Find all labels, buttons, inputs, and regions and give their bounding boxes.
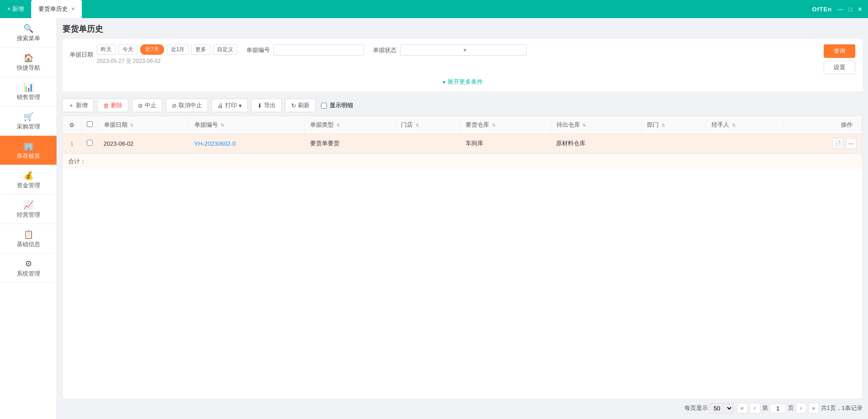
export-icon: ⬇ [257, 102, 262, 109]
export-button[interactable]: ⬇ 导出 [251, 99, 282, 112]
first-page-btn[interactable]: « [737, 403, 748, 414]
date-btn-7days[interactable]: 近7天 [140, 44, 164, 55]
table-header-actions: 操作 [784, 116, 862, 134]
sidebar-item-purchase[interactable]: 🛒 采购管理 [0, 106, 57, 136]
table-header-pending-warehouse[interactable]: 待出仓库 ⇅ [551, 116, 642, 134]
date-btn-custom[interactable]: 自定义 [213, 44, 237, 55]
current-page-input[interactable] [770, 404, 786, 413]
window-maximize-btn[interactable]: □ [849, 6, 852, 13]
print-chevron-icon: ▾ [239, 102, 242, 109]
refresh-button[interactable]: ↻ 刷新 [285, 99, 316, 112]
sidebar-item-search-label: 搜索菜单 [17, 34, 40, 43]
delete-icon: 🗑 [103, 102, 109, 109]
date-btn-1month[interactable]: 近1月 [167, 44, 189, 55]
stop-icon: ⊘ [138, 102, 143, 109]
print-button[interactable]: 🖨 打印 ▾ [212, 99, 248, 112]
cancel-stop-button[interactable]: ⊘ 取消中止 [166, 99, 208, 112]
settings-button[interactable]: 设置 [824, 61, 855, 74]
row-dept [642, 134, 706, 153]
page-nav: « ‹ 第 页 › » 共1页，1条记录 [737, 403, 863, 414]
table-body: 1 2023-06-02 YH-20230602-0 要货单要货 车间库 原材料… [63, 134, 862, 153]
sidebar-item-system[interactable]: ⚙ 系统管理 [0, 253, 57, 283]
date-btn-yesterday[interactable]: 昨天 [97, 44, 116, 55]
row-more-btn[interactable]: ⋯ [846, 138, 857, 149]
delete-button[interactable]: 🗑 删除 [97, 99, 128, 112]
tab-list: + 新增 要货单历史 × [0, 0, 82, 18]
page-size-group: 每页显示 10 20 50 100 [684, 403, 733, 414]
export-button-label: 导出 [264, 101, 276, 110]
filter-date-label: 单据日期 [70, 51, 93, 59]
filter-status-select[interactable]: ▾ [400, 44, 527, 56]
tab-home[interactable]: + 新增 [0, 0, 31, 18]
last-page-btn[interactable]: » [808, 403, 819, 414]
page-size-label: 每页显示 [684, 404, 708, 412]
table-header-date[interactable]: 单据日期 ⇅ [98, 116, 189, 134]
expand-filters-label: 展开更多条件 [448, 78, 483, 86]
query-button[interactable]: 查询 [824, 44, 855, 58]
display-detail-label: 显示明细 [330, 101, 353, 110]
tab-close-icon[interactable]: × [71, 6, 75, 12]
page-title: 要货单历史 [62, 24, 863, 34]
date-btn-more[interactable]: 更多 [191, 44, 210, 55]
sidebar-item-quicknav-label: 快捷导航 [17, 64, 40, 72]
row-store [396, 134, 460, 153]
toolbar: ＋ 新增 🗑 删除 ⊘ 中止 ⊘ 取消中止 🖨 打印 ▾ ⬇ 导 [62, 95, 863, 116]
filter-panel: 单据日期 昨天 今天 近7天 近1月 更多 自定义 2023-05-27 至 2… [62, 39, 863, 91]
display-detail-checkbox[interactable] [321, 103, 327, 109]
sidebar-item-sales[interactable]: 📊 销售管理 [0, 77, 57, 106]
system-icon: ⚙ [25, 260, 32, 268]
table-header-orderno[interactable]: 单据编号 ⇅ [189, 116, 305, 134]
print-icon: 🖨 [217, 102, 223, 109]
new-button[interactable]: ＋ 新增 [62, 99, 94, 112]
tab-order-history[interactable]: 要货单历史 × [31, 0, 82, 18]
sidebar-item-operations[interactable]: 📈 经营管理 [0, 195, 57, 224]
cancel-stop-button-label: 取消中止 [179, 101, 202, 110]
settings-button-label: 设置 [834, 63, 845, 71]
row-action-buttons: 📄 ⋯ [789, 138, 857, 149]
row-checkbox[interactable] [87, 140, 93, 146]
expand-filters-btn[interactable]: ▾ 展开更多条件 [443, 78, 483, 86]
sidebar-item-quicknav[interactable]: 🏠 快捷导航 [0, 48, 57, 77]
table-header-store-label: 门店 [401, 121, 413, 128]
main-layout: 🔍 搜索菜单 🏠 快捷导航 📊 销售管理 🛒 采购管理 🏢 库存核算 💰 资金管… [0, 18, 868, 419]
sort-pending-warehouse-icon: ⇅ [582, 123, 586, 128]
sidebar-item-finance-label: 资金管理 [17, 181, 40, 190]
table-header-handler[interactable]: 经手人 ⇅ [706, 116, 784, 134]
stop-button-label: 中止 [145, 101, 156, 110]
sidebar: 🔍 搜索菜单 🏠 快捷导航 📊 销售管理 🛒 采购管理 🏢 库存核算 💰 资金管… [0, 18, 57, 419]
table-header-dept[interactable]: 部门 ⇅ [642, 116, 706, 134]
sidebar-item-search[interactable]: 🔍 搜索菜单 [0, 18, 57, 48]
table-row: 1 2023-06-02 YH-20230602-0 要货单要货 车间库 原材料… [63, 134, 862, 153]
sort-dept-icon: ⇅ [661, 123, 665, 128]
sidebar-item-inventory[interactable]: 🏢 库存核算 [0, 136, 57, 165]
row-seq: 1 [63, 134, 81, 153]
row-orderno-link[interactable]: YH-20230602-0 [194, 140, 236, 147]
table-footer: 合计： [63, 153, 862, 169]
row-view-btn[interactable]: 📄 [832, 138, 843, 149]
table-header-settings[interactable]: ⚙ [63, 116, 81, 134]
more-icon: ⋯ [848, 140, 854, 147]
sidebar-item-basic-info[interactable]: 📋 基础信息 [0, 224, 57, 253]
sidebar-item-finance[interactable]: 💰 资金管理 [0, 165, 57, 195]
table-header-row: ⚙ 单据日期 ⇅ 单据编号 ⇅ 单据类型 [63, 116, 862, 134]
sort-date-icon: ⇅ [130, 123, 133, 128]
prev-page-btn[interactable]: ‹ [750, 403, 760, 414]
date-btn-today[interactable]: 今天 [118, 44, 137, 55]
table-header-store[interactable]: 门店 ⇅ [396, 116, 460, 134]
sort-orderno-icon: ⇅ [221, 123, 224, 128]
window-minimize-btn[interactable]: — [837, 6, 843, 13]
filter-orderno-input[interactable] [274, 44, 364, 56]
page-size-select[interactable]: 10 20 50 100 [710, 403, 733, 414]
row-handler [706, 134, 784, 153]
sidebar-item-system-label: 系统管理 [17, 270, 40, 278]
stop-button[interactable]: ⊘ 中止 [132, 99, 162, 112]
next-page-btn[interactable]: › [796, 403, 807, 414]
window-close-btn[interactable]: ✕ [858, 6, 863, 13]
row-req-warehouse: 车间库 [460, 134, 551, 153]
footer-summary-label: 合计： [68, 157, 86, 166]
table-header-req-warehouse[interactable]: 要货仓库 ⇅ [460, 116, 551, 134]
home-icon: 🏠 [24, 54, 33, 62]
table-header-type[interactable]: 单据类型 ⇅ [305, 116, 396, 134]
select-all-checkbox[interactable] [87, 121, 93, 127]
sidebar-item-operations-label: 经营管理 [17, 211, 40, 219]
